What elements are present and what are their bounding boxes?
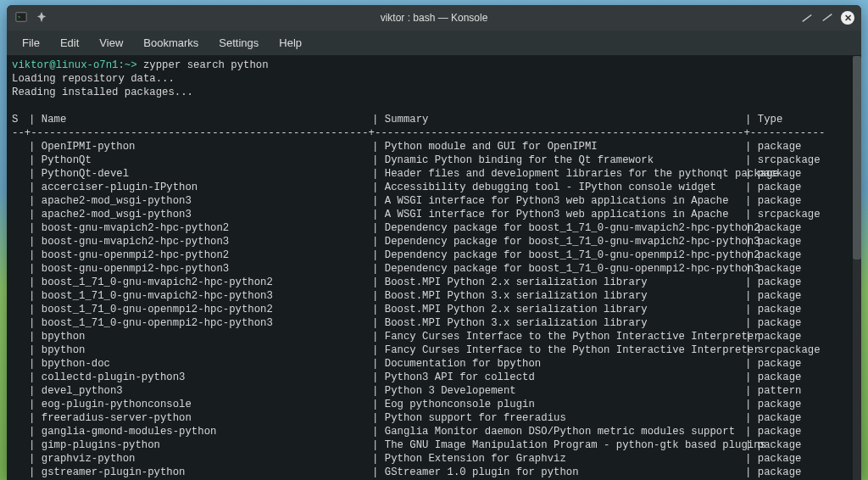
close-button[interactable]: ✕: [841, 11, 854, 25]
table-row: boost-gnu-mvapich2-hpc-python3Dependency…: [12, 235, 856, 248]
cell-summary: Boost.MPI Python 3.x serialization libra…: [372, 316, 745, 330]
menu-settings[interactable]: Settings: [219, 36, 259, 49]
menu-view[interactable]: View: [99, 36, 123, 49]
menu-edit[interactable]: Edit: [60, 36, 79, 49]
table-row: gimp-plugins-pythonThe GNU Image Manipul…: [12, 438, 856, 452]
cell-name: boost-gnu-openmpi2-hpc-python3: [29, 262, 372, 276]
cell-type: package: [745, 438, 856, 452]
cell-status: [12, 276, 29, 289]
table-row: gstreamer-plugin-pythonGStreamer 1.0 plu…: [12, 466, 856, 479]
cell-summary: Boost.MPI Python 3.x serialization libra…: [372, 289, 745, 303]
table-row: boost-gnu-mvapich2-hpc-python2Dependency…: [12, 221, 856, 235]
cell-summary: Python support for freeradius: [372, 411, 745, 425]
cell-summary: Boost.MPI Python 2.x serialization libra…: [372, 303, 745, 316]
table-row: graphviz-pythonPython Extension for Grap…: [12, 452, 856, 466]
app-icon: >: [15, 11, 27, 25]
cell-name: boost_1_71_0-gnu-openmpi2-hpc-python2: [29, 303, 372, 316]
cell-summary: Python3 API for collectd: [372, 371, 745, 384]
cell-name: apache2-mod_wsgi-python3: [29, 208, 372, 221]
cell-status: [12, 357, 29, 371]
cell-name: accerciser-plugin-IPython: [29, 181, 372, 194]
table-row: freeradius-server-pythonPython support f…: [12, 411, 856, 425]
cell-type: package: [745, 316, 856, 330]
cell-name: PythonQt: [29, 153, 372, 167]
cell-type: srcpackage: [745, 153, 856, 167]
cell-type: srcpackage: [745, 208, 856, 221]
cell-summary: Dependency package for boost_1_71_0-gnu-…: [372, 235, 745, 248]
cell-status: [12, 289, 29, 303]
window-title: viktor : bash — Konsole: [381, 12, 488, 24]
scrollbar-thumb[interactable]: [853, 56, 861, 260]
cell-summary: Documentation for bpython: [372, 357, 745, 371]
cell-type: srcpackage: [745, 343, 856, 357]
cell-status: [12, 438, 29, 452]
cell-name: boost-gnu-openmpi2-hpc-python2: [29, 248, 372, 262]
prompt-user-host: viktor@linux-o7n1:: [12, 59, 125, 71]
menu-file[interactable]: File: [22, 36, 40, 49]
cell-name: devel_python3: [29, 384, 372, 398]
terminal-output[interactable]: viktor@linux-o7n1:~> zypper search pytho…: [7, 56, 861, 480]
cell-summary: Fancy Curses Interface to the Python Int…: [372, 330, 745, 343]
cell-summary: Eog pythonconsole plugin: [372, 398, 745, 411]
cell-name: PythonQt-devel: [29, 167, 372, 181]
table-divider: --+-------------------------------------…: [12, 126, 856, 140]
cell-status: [12, 221, 29, 235]
cell-type: package: [745, 425, 856, 438]
menu-bookmarks[interactable]: Bookmarks: [143, 36, 198, 49]
maximize-button[interactable]: [821, 11, 834, 25]
prompt-suffix: >: [131, 59, 143, 71]
cell-status: [12, 208, 29, 221]
cell-name: apache2-mod_wsgi-python3: [29, 194, 372, 208]
cell-name: graphviz-python: [29, 452, 372, 466]
cell-type: package: [745, 289, 856, 303]
cell-type: package: [745, 411, 856, 425]
cell-name: boost_1_71_0-gnu-openmpi2-hpc-python3: [29, 316, 372, 330]
table-row: PythonQtDynamic Python binding for the Q…: [12, 153, 856, 167]
cell-name: boost_1_71_0-gnu-mvapich2-hpc-python3: [29, 289, 372, 303]
menu-help[interactable]: Help: [279, 36, 302, 49]
table-row: apache2-mod_wsgi-python3A WSGI interface…: [12, 194, 856, 208]
cell-status: [12, 235, 29, 248]
minimize-button[interactable]: [800, 11, 814, 25]
cell-name: collectd-plugin-python3: [29, 371, 372, 384]
titlebar[interactable]: > viktor : bash — Konsole ✕: [7, 5, 861, 31]
cell-name: gstreamer-plugin-python: [29, 466, 372, 479]
table-row: PythonQt-develHeader files and developme…: [12, 167, 856, 181]
cell-type: package: [745, 466, 856, 479]
cell-summary: Python module and GUI for OpenIPMI: [372, 140, 745, 153]
cell-type: pattern: [745, 384, 856, 398]
cell-name: bpython-doc: [29, 357, 372, 371]
table-row: apache2-mod_wsgi-python3A WSGI interface…: [12, 208, 856, 221]
cell-status: [12, 398, 29, 411]
cell-summary: Boost.MPI Python 2.x serialization libra…: [372, 276, 745, 289]
cell-type: package: [745, 221, 856, 235]
svg-text:>: >: [18, 13, 21, 19]
cell-status: [12, 466, 29, 479]
cell-summary: Python Extension for Graphviz: [372, 452, 745, 466]
cell-name: freeradius-server-python: [29, 411, 372, 425]
cell-status: [12, 371, 29, 384]
header-name: Name: [29, 113, 372, 126]
cell-type: package: [745, 303, 856, 316]
table-row: devel_python3Python 3 Developementpatter…: [12, 384, 856, 398]
table-row: boost_1_71_0-gnu-mvapich2-hpc-python2Boo…: [12, 276, 856, 289]
table-row: OpenIPMI-pythonPython module and GUI for…: [12, 140, 856, 153]
cell-type: package: [745, 194, 856, 208]
cell-type: package: [745, 398, 856, 411]
cell-status: [12, 194, 29, 208]
cell-status: [12, 262, 29, 276]
cell-type: package: [745, 276, 856, 289]
table-row: collectd-plugin-python3Python3 API for c…: [12, 371, 856, 384]
cell-type: package: [745, 248, 856, 262]
cell-type: package: [745, 235, 856, 248]
cell-summary: Fancy Curses Interface to the Python Int…: [372, 343, 745, 357]
loading-line-2: Reading installed packages...: [12, 87, 193, 98]
cell-summary: Ganglia Monitor daemon DSO/Python metric…: [372, 425, 745, 438]
cell-name: boost_1_71_0-gnu-mvapich2-hpc-python2: [29, 276, 372, 289]
cell-name: OpenIPMI-python: [29, 140, 372, 153]
pin-icon[interactable]: [36, 11, 47, 25]
cell-name: eog-plugin-pythonconsole: [29, 398, 372, 411]
cell-name: boost-gnu-mvapich2-hpc-python2: [29, 221, 372, 235]
scrollbar[interactable]: [853, 56, 861, 480]
table-row: boost_1_71_0-gnu-mvapich2-hpc-python3Boo…: [12, 289, 856, 303]
